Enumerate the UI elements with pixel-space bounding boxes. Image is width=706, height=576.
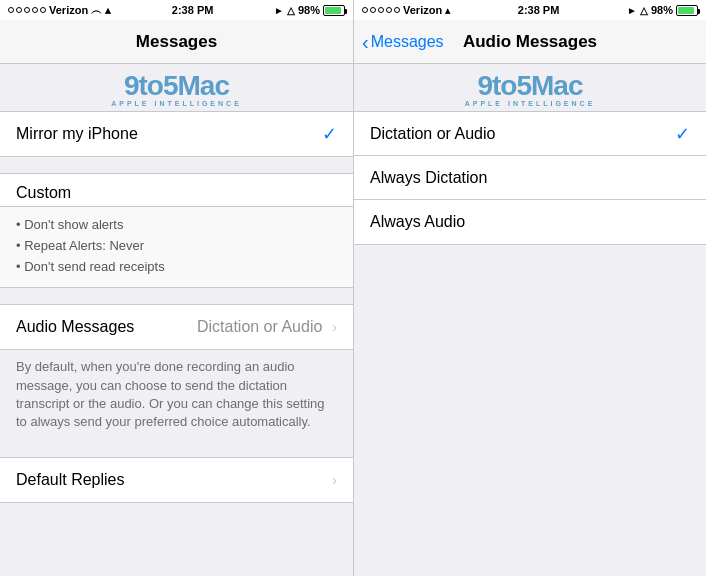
option-label-3: Always Audio — [370, 213, 690, 231]
signal-dots-2 — [362, 7, 400, 13]
watermark-1: 9to5Mac Apple Intelligence — [0, 64, 353, 111]
battery-2 — [676, 5, 698, 16]
custom-block: Custom • Don't show alerts • Repeat Aler… — [0, 173, 353, 288]
status-bar-2: Verizon ▴ 2:38 PM ► △ 98% — [354, 0, 706, 20]
mirror-checkmark: ✓ — [322, 123, 337, 145]
custom-alerts: • Don't show alerts • Repeat Alerts: Nev… — [0, 207, 353, 287]
option-dictation-or-audio[interactable]: Dictation or Audio ✓ — [354, 112, 706, 156]
status-right-2: ► △ 98% — [627, 4, 698, 16]
signal-dot — [32, 7, 38, 13]
custom-header: Custom — [0, 174, 353, 207]
option-label-1: Dictation or Audio — [370, 125, 675, 143]
status-left-1: Verizon ︵ ▴ — [8, 3, 111, 18]
default-replies-group: Default Replies › — [0, 457, 353, 503]
custom-label: Custom — [16, 184, 71, 201]
nav-bar-1: Messages — [0, 20, 353, 64]
options-group: Dictation or Audio ✓ Always Dictation Al… — [354, 111, 706, 245]
nav-bar-2: ‹ Messages Audio Messages — [354, 20, 706, 64]
battery-pct-1: 98% — [298, 4, 320, 16]
nav-title-2: Audio Messages — [463, 32, 597, 52]
description-block: By default, when you're done recording a… — [0, 350, 353, 441]
signal-dot — [24, 7, 30, 13]
spacer-2 — [0, 288, 353, 304]
battery-1 — [323, 5, 345, 16]
back-button[interactable]: ‹ Messages — [362, 32, 444, 52]
watermark-logo-2: 9to5Mac — [354, 72, 706, 100]
audio-messages-item[interactable]: Audio Messages Dictation or Audio › — [0, 305, 353, 349]
signal-dot — [386, 7, 392, 13]
battery-fill-1 — [325, 7, 341, 14]
battery-pct-2: 98% — [651, 4, 673, 16]
option-always-dictation[interactable]: Always Dictation — [354, 156, 706, 200]
carrier-label-1: Verizon — [49, 4, 88, 16]
spacer-3 — [0, 441, 353, 457]
option-checkmark-1: ✓ — [675, 123, 690, 145]
signal-dot — [394, 7, 400, 13]
audio-chevron-icon: › — [332, 319, 337, 335]
signal-dot — [40, 7, 46, 13]
default-replies-chevron-icon: › — [332, 472, 337, 488]
battery-fill-2 — [678, 7, 694, 14]
watermark-2: 9to5Mac Apple Intelligence — [354, 64, 706, 111]
signal-dots-1 — [8, 7, 46, 13]
mirror-label: Mirror my iPhone — [16, 125, 322, 143]
location-icon-1: ► — [274, 5, 284, 16]
default-replies-label: Default Replies — [16, 471, 332, 489]
watermark-logo-1: 9to5Mac — [0, 72, 353, 100]
description-text: By default, when you're done recording a… — [16, 358, 337, 431]
location-icon-2: ► — [627, 5, 637, 16]
back-chevron-icon: ‹ — [362, 32, 369, 52]
status-left-2: Verizon ▴ — [362, 4, 450, 16]
audio-messages-value: Dictation or Audio — [197, 318, 322, 336]
signal-dot — [8, 7, 14, 13]
wifi-icon-1: ︵ ▴ — [91, 3, 111, 18]
status-bar-1: Verizon ︵ ▴ 2:38 PM ► △ 98% — [0, 0, 353, 20]
default-replies-item[interactable]: Default Replies › — [0, 458, 353, 502]
alert-item-3: • Don't send read receipts — [16, 257, 337, 278]
audio-messages-label: Audio Messages — [16, 318, 134, 336]
option-label-2: Always Dictation — [370, 169, 690, 187]
wifi-icon-2: ▴ — [445, 5, 450, 16]
signal-dot — [378, 7, 384, 13]
screen-audio-messages: Verizon ▴ 2:38 PM ► △ 98% ‹ Messages Aud… — [353, 0, 706, 576]
screen-messages: Verizon ︵ ▴ 2:38 PM ► △ 98% Messages 9to… — [0, 0, 353, 576]
watermark-sub-1: Apple Intelligence — [0, 100, 353, 107]
audio-row-right: Dictation or Audio › — [197, 318, 337, 336]
mirror-group: Mirror my iPhone ✓ — [0, 111, 353, 157]
carrier-label-2: Verizon — [403, 4, 442, 16]
status-right-1: ► △ 98% — [274, 4, 345, 16]
mirror-item[interactable]: Mirror my iPhone ✓ — [0, 112, 353, 156]
spacer-1 — [0, 157, 353, 173]
signal-dot — [362, 7, 368, 13]
alert-item-2: • Repeat Alerts: Never — [16, 236, 337, 257]
time-label-1: 2:38 PM — [172, 4, 214, 16]
signal-dot — [370, 7, 376, 13]
option-always-audio[interactable]: Always Audio — [354, 200, 706, 244]
bluetooth-icon-1: △ — [287, 5, 295, 16]
bluetooth-icon-2: △ — [640, 5, 648, 16]
time-label-2: 2:38 PM — [518, 4, 560, 16]
watermark-sub-2: Apple Intelligence — [354, 100, 706, 107]
back-label: Messages — [371, 33, 444, 51]
alert-item-1: • Don't show alerts — [16, 215, 337, 236]
nav-title-1: Messages — [136, 32, 217, 52]
audio-group: Audio Messages Dictation or Audio › — [0, 304, 353, 350]
signal-dot — [16, 7, 22, 13]
